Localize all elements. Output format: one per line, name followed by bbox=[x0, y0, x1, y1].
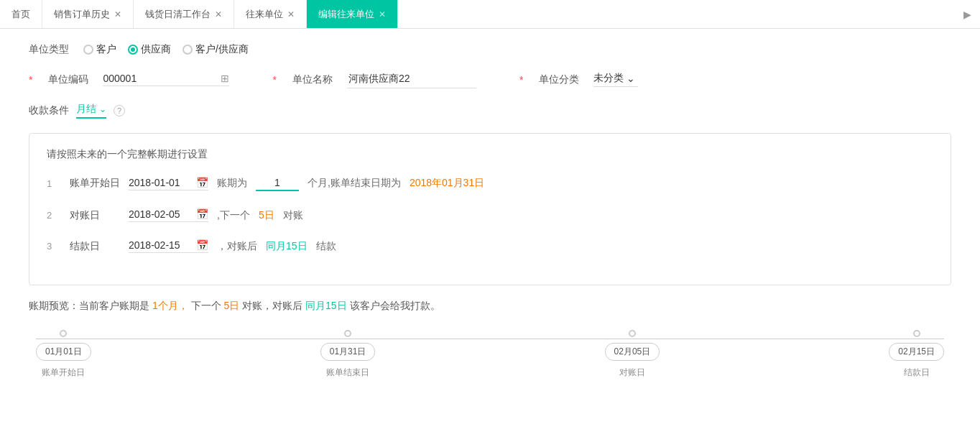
payment-suffix: 结款 bbox=[316, 240, 336, 253]
payment-row: 收款条件 月结 ⌄ ? bbox=[29, 103, 951, 119]
setting-row-1: 1 账单开始日 📅 账期为 个月,账单结束日期为 2018年01月31日 bbox=[47, 175, 933, 191]
unit-type-label: 单位类型 bbox=[29, 43, 69, 56]
payment-date-input[interactable] bbox=[129, 239, 193, 251]
unit-name-star: * bbox=[272, 74, 276, 86]
setting-row-2: 2 对账日 📅 ,下一个 5日 对账 bbox=[47, 208, 933, 222]
unit-category-select[interactable]: 未分类 ⌄ bbox=[593, 72, 638, 87]
preview-text3: 该客户会给我打款。 bbox=[350, 300, 440, 311]
timeline-items: 01月01日 账单开始日 01月31日 账单结束日 02月05日 对账日 02月… bbox=[36, 330, 944, 379]
unit-category-arrow: ⌄ bbox=[627, 73, 635, 84]
preview-highlight3: 同月15日 bbox=[305, 300, 347, 311]
period-end-date: 2018年01月31日 bbox=[410, 177, 484, 190]
unit-category-star: * bbox=[519, 74, 523, 86]
timeline-dot-end bbox=[344, 330, 351, 337]
setting-row-3: 3 结款日 📅 ，对账后 同月15日 结款 bbox=[47, 239, 933, 253]
tab-edit-counterpart[interactable]: 编辑往来单位 ✕ bbox=[307, 0, 398, 28]
tab-home-label: 首页 bbox=[11, 8, 30, 21]
copy-icon[interactable]: ⊞ bbox=[221, 73, 229, 84]
preview-highlight2: 5日 bbox=[223, 300, 239, 311]
timeline-dot-reconcile bbox=[629, 330, 636, 337]
reconcile-day: 5日 bbox=[259, 209, 274, 222]
main-content: 单位类型 客户 供应商 客户/供应商 * 单位编码 ⊞ * 单位名称 * bbox=[0, 29, 980, 437]
period-label: 账期为 bbox=[217, 177, 247, 190]
panel-title: 请按照未来的一个完整帐期进行设置 bbox=[47, 148, 933, 161]
timeline-item-reconcile: 02月05日 对账日 bbox=[605, 330, 660, 379]
tab-sales-history-close[interactable]: ✕ bbox=[114, 9, 121, 19]
unit-name-label: 单位名称 bbox=[292, 73, 333, 86]
radio-both[interactable]: 客户/供应商 bbox=[182, 43, 249, 56]
tab-edit-counterpart-label: 编辑往来单位 bbox=[318, 8, 374, 21]
timeline-dot-payment bbox=[913, 330, 920, 337]
unit-code-input[interactable] bbox=[103, 73, 218, 84]
timeline-badge-reconcile: 02月05日 bbox=[605, 343, 660, 361]
payment-value: 月结 bbox=[76, 103, 96, 116]
timeline-item-start: 01月01日 账单开始日 bbox=[36, 330, 91, 379]
preview-text: 账期预览：当前客户账期是 1个月， 下一个 5日 对账，对账后 同月15日 该客… bbox=[29, 300, 951, 313]
unit-name-input[interactable] bbox=[347, 70, 476, 88]
row-label-1: 账单开始日 bbox=[70, 177, 120, 190]
radio-customer-label: 客户 bbox=[96, 43, 116, 56]
timeline-badge-start: 01月01日 bbox=[36, 343, 91, 361]
tab-expand-btn[interactable]: ▶ bbox=[955, 0, 980, 28]
tab-edit-counterpart-close[interactable]: ✕ bbox=[379, 9, 386, 19]
timeline-item-end: 01月31日 账单结束日 bbox=[320, 330, 376, 379]
radio-both-label: 客户/供应商 bbox=[195, 43, 249, 56]
tab-home[interactable]: 首页 bbox=[0, 0, 42, 28]
payment-date-calendar-icon[interactable]: 📅 bbox=[196, 239, 208, 251]
tab-sales-history-label: 销售订单历史 bbox=[54, 8, 110, 21]
tab-bar: 首页 销售订单历史 ✕ 钱货日清工作台 ✕ 往来单位 ✕ 编辑往来单位 ✕ ▶ bbox=[0, 0, 980, 29]
row-label-2: 对账日 bbox=[70, 209, 120, 222]
unit-code-label: 单位编码 bbox=[48, 73, 88, 86]
payment-day: 同月15日 bbox=[266, 240, 308, 253]
tab-cash-workbench-close[interactable]: ✕ bbox=[215, 9, 222, 19]
reconcile-date-input[interactable] bbox=[129, 208, 193, 220]
month-input[interactable] bbox=[256, 175, 299, 191]
tab-counterpart[interactable]: 往来单位 ✕ bbox=[234, 0, 307, 28]
radio-both-circle bbox=[182, 45, 193, 55]
timeline-label-start: 账单开始日 bbox=[42, 367, 85, 379]
tab-counterpart-close[interactable]: ✕ bbox=[287, 9, 295, 19]
tab-sales-history[interactable]: 销售订单历史 ✕ bbox=[42, 0, 134, 28]
timeline-section: 01月01日 账单开始日 01月31日 账单结束日 02月05日 对账日 02月… bbox=[29, 330, 951, 379]
start-date-input[interactable] bbox=[129, 177, 193, 188]
reconcile-date-calendar-icon[interactable]: 📅 bbox=[196, 208, 208, 220]
reconcile-suffix: 对账 bbox=[283, 209, 303, 222]
timeline-label-payment: 结款日 bbox=[904, 367, 930, 379]
unit-code-star: * bbox=[29, 74, 32, 86]
row-number-1: 1 bbox=[47, 178, 61, 189]
timeline-label-end: 账单结束日 bbox=[326, 367, 369, 379]
row-number-3: 3 bbox=[47, 241, 61, 252]
payment-prefix: ，对账后 bbox=[217, 240, 257, 253]
radio-supplier-label: 供应商 bbox=[141, 43, 171, 56]
tab-cash-workbench-label: 钱货日清工作台 bbox=[145, 8, 211, 21]
payment-label: 收款条件 bbox=[29, 104, 69, 117]
reconcile-date-input-wrap: 📅 bbox=[129, 208, 208, 222]
preview-text1: 下一个 bbox=[191, 300, 221, 311]
row-label-3: 结款日 bbox=[70, 240, 120, 253]
radio-supplier-circle bbox=[128, 45, 138, 55]
payment-select[interactable]: 月结 ⌄ bbox=[76, 103, 106, 119]
timeline-item-payment: 02月15日 结款日 bbox=[889, 330, 944, 379]
row-number-2: 2 bbox=[47, 210, 61, 221]
preview-label: 账期预览：当前客户账期是 bbox=[29, 300, 149, 311]
start-date-calendar-icon[interactable]: 📅 bbox=[196, 177, 208, 188]
tab-cash-workbench[interactable]: 钱货日清工作台 ✕ bbox=[134, 0, 234, 28]
unit-code-input-wrap: ⊞ bbox=[103, 73, 229, 86]
unit-type-radio-group: 客户 供应商 客户/供应商 bbox=[83, 43, 249, 56]
start-date-input-wrap: 📅 bbox=[129, 177, 208, 190]
radio-supplier[interactable]: 供应商 bbox=[128, 43, 171, 56]
radio-customer-circle bbox=[83, 45, 93, 55]
unit-info-row: * 单位编码 ⊞ * 单位名称 * 单位分类 未分类 ⌄ bbox=[29, 70, 951, 88]
timeline-label-reconcile: 对账日 bbox=[619, 367, 645, 379]
timeline-badge-payment: 02月15日 bbox=[889, 343, 944, 361]
timeline-dot-start bbox=[60, 330, 67, 337]
unit-type-row: 单位类型 客户 供应商 客户/供应商 bbox=[29, 43, 951, 56]
help-icon[interactable]: ? bbox=[114, 105, 125, 116]
preview-text2: 对账，对账后 bbox=[242, 300, 305, 311]
preview-highlight1: 1个月， bbox=[152, 300, 188, 311]
unit-category-value: 未分类 bbox=[593, 72, 624, 85]
settings-panel: 请按照未来的一个完整帐期进行设置 1 账单开始日 📅 账期为 个月,账单结束日期… bbox=[29, 133, 951, 285]
radio-customer[interactable]: 客户 bbox=[83, 43, 116, 56]
period-suffix: 个月,账单结束日期为 bbox=[308, 177, 401, 190]
unit-category-label: 单位分类 bbox=[539, 73, 579, 86]
